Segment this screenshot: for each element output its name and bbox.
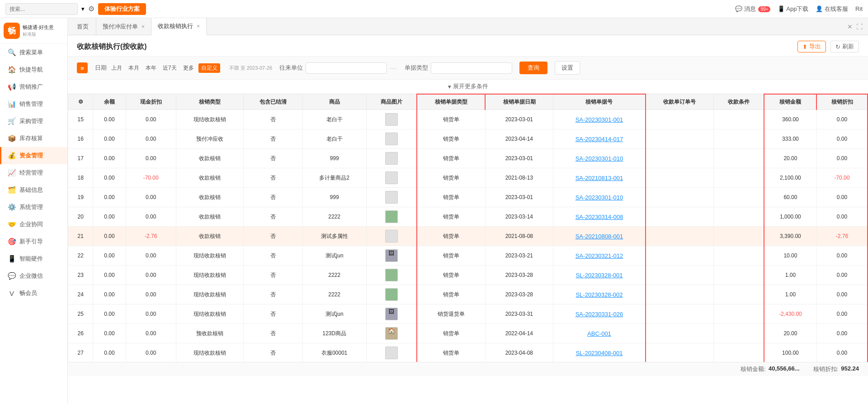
sidebar-item-member[interactable]: V 畅会员 [0,285,67,302]
maximize-icon[interactable]: ⛶ [856,23,863,30]
date-opt-more[interactable]: 更多 [181,63,196,73]
voucher-no-link[interactable]: SA-20230301-010 [576,155,623,162]
sidebar-item-basic[interactable]: 🗂️ 基础信息 [0,181,67,199]
cell-cash-discount: 0.00 [126,246,176,266]
voucher-no-link[interactable]: SA-20230301-010 [576,194,623,201]
cell-goods: 999 [302,188,366,207]
tab-home[interactable]: 首页 [70,18,96,35]
cell-cash-discount: 0.00 [126,266,176,285]
sidebar-item-operation[interactable]: 📈 经营管理 [0,164,67,181]
date-sub-text: 不限 至 2023-07-26 [229,65,272,71]
goods-img-thumb [385,288,398,301]
th-settings[interactable]: ⚙ [68,94,93,110]
th-voucher-type: 核销单据类型 [417,94,485,110]
online-service-link[interactable]: 👤 在线客服 [816,5,848,13]
cell-balance: 0.00 [93,246,126,266]
date-opt-this-month[interactable]: 本月 [127,63,141,73]
voucher-no-link[interactable]: ABC-001 [587,330,611,337]
voucher-no-link[interactable]: SL-20230328-001 [576,272,623,279]
search-input[interactable] [5,3,78,15]
cell-id: 20 [68,207,93,227]
voucher-no-link[interactable]: SA-20230321-012 [576,252,623,259]
cell-voucher-date: 2023-04-08 [485,343,553,362]
cell-id: 21 [68,227,93,246]
date-opt-this-year[interactable]: 本年 [144,63,158,73]
partner-input[interactable] [306,62,387,74]
sidebar-item-label: 企业协同 [19,220,43,228]
cell-verify-discount: 0.00 [816,110,868,129]
voucher-no-link[interactable]: SA-20230331-026 [576,311,623,318]
cell-included: 否 [244,246,302,266]
sidebar-item-wechat[interactable]: 💬 企业微信 [0,267,67,285]
sidebar: 畅 畅捷通·好生意 标准版 🔍 搜索菜单 🏠 快捷导航 📢 营销推广 📊 销售管… [0,18,68,404]
tab-prepay[interactable]: 预付冲应付单 × [96,18,151,35]
query-button[interactable]: 查询 [519,62,547,74]
voucher-no-link[interactable]: SA-20230414-017 [576,136,623,143]
expand-more-bar: ▾ 展开更多条件 [68,80,868,94]
cell-verify-type: 收款核销 [176,227,244,246]
voucher-no-link[interactable]: SA-20210808-001 [576,233,623,240]
sidebar-item-system[interactable]: ⚙️ 系统管理 [0,199,67,216]
voucher-type-select[interactable] [431,62,512,74]
sidebar-item-search[interactable]: 🔍 搜索菜单 [0,44,67,61]
sidebar-item-guide[interactable]: 🎯 新手引导 [0,233,67,250]
message-icon[interactable]: 💬 消息 99+ [735,5,770,13]
date-opt-7days[interactable]: 近7天 [161,63,179,73]
close-all-icon[interactable]: ✕ [847,23,853,30]
cell-verify-type: 现结收款核销 [176,246,244,266]
cell-verify-amount: 10.00 [764,246,816,266]
voucher-no-link[interactable]: SA-20210813-001 [576,175,623,181]
sidebar-item-inventory[interactable]: 📦 库存核算 [0,130,67,147]
voucher-no-link[interactable]: SL-20230328-002 [576,291,623,298]
cell-receipt-cond [713,324,764,343]
cell-verify-type: 现结收款核销 [176,285,244,304]
expand-more-btn[interactable]: ▾ 展开更多条件 [448,82,488,90]
sidebar-item-label: 库存核算 [19,134,43,143]
cell-voucher-no: SA-20230301-001 [553,110,646,129]
cell-voucher-date: 2023-03-28 [485,285,553,304]
tab-receipt[interactable]: 收款核销执行 × [151,18,207,35]
cell-voucher-date: 2023-04-14 [485,129,553,149]
cell-goods: 测试jun [302,304,366,324]
cell-included: 否 [244,227,302,246]
refresh-button[interactable]: ↻ 刷新 [830,41,859,52]
cell-voucher-type: 销货单 [417,168,485,188]
page-actions: ⬆ 导出 ↻ 刷新 [797,41,859,52]
cell-verify-discount: 0.00 [816,129,868,149]
table-header-row: ⚙ 余额 现金折扣 核销类型 包含已结清 商品 商品图片 核销单据类型 核销单据… [68,94,868,110]
setting-button[interactable]: 设置 [555,61,580,75]
cell-goods: 测试多属性 [302,227,366,246]
voucher-no-link[interactable]: SA-20230314-008 [576,214,623,220]
partner-filter-label: 往来单位 [279,64,303,72]
sidebar-item-sales[interactable]: 📊 销售管理 [0,95,67,113]
industry-btn[interactable]: 体验行业方案 [98,3,146,15]
date-opt-last-month[interactable]: 上月 [109,63,124,73]
sidebar-item-corp[interactable]: 🤝 企业协同 [0,216,67,233]
cell-id: 22 [68,246,93,266]
tab-receipt-close[interactable]: × [197,23,200,29]
filter-date-group: 日期 上月 本月 本年 近7天 更多 自定义 [95,63,220,73]
cell-verify-amount: -2,430.00 [764,304,816,324]
cell-voucher-no: ABC-001 [553,324,646,343]
voucher-no-link[interactable]: SL-20230408-001 [576,350,623,356]
cell-receipt-order [646,168,713,188]
voucher-no-link[interactable]: SA-20230301-001 [576,116,623,123]
tab-prepay-close[interactable]: × [142,24,145,30]
cell-balance: 0.00 [93,149,126,168]
sidebar-item-hardware[interactable]: 📱 智能硬件 [0,250,67,267]
cell-verify-amount: 2,100.00 [764,168,816,188]
sidebar-item-marketing[interactable]: 📢 营销推广 [0,78,67,95]
gear-icon[interactable]: ⚙ [88,5,94,13]
filter-toggle-btn[interactable]: » [77,62,88,73]
sidebar-item-purchase[interactable]: 🛒 采购管理 [0,113,67,130]
page-content: 收款核销执行(按收款) ⬆ 导出 ↻ 刷新 » 日期 [68,35,868,404]
user-name[interactable]: Rit [855,5,863,12]
cell-goods: 老白干 [302,110,366,129]
cell-included: 否 [244,149,302,168]
date-opt-custom[interactable]: 自定义 [198,63,220,73]
export-button[interactable]: ⬆ 导出 [797,41,826,52]
sidebar-item-quick[interactable]: 🏠 快捷导航 [0,61,67,78]
page-header: 收款核销执行(按收款) ⬆ 导出 ↻ 刷新 [68,35,868,57]
sidebar-item-finance[interactable]: 💰 资金管理 [0,147,67,164]
app-download-link[interactable]: 📱 App下载 [778,5,808,13]
